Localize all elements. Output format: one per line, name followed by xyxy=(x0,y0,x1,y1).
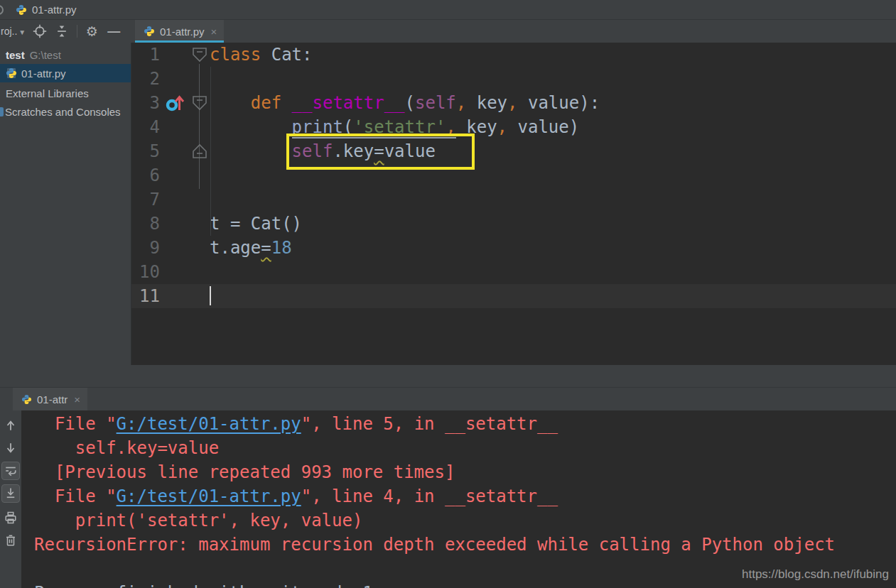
editor-gutter[interactable]: 9 xyxy=(131,236,210,260)
tree-item-file[interactable]: 01-attr.py xyxy=(0,64,131,82)
editor-line[interactable]: 11 xyxy=(131,284,896,308)
python-file-icon xyxy=(6,67,17,79)
editor-gutter[interactable]: 3 xyxy=(131,91,210,115)
close-icon[interactable]: × xyxy=(211,26,217,38)
editor-tab[interactable]: 01-attr.py × xyxy=(135,20,224,43)
editor-line[interactable]: 7 xyxy=(131,187,896,212)
tree-item-label: External Libraries xyxy=(6,87,89,99)
editor-gutter[interactable]: 2 xyxy=(131,67,210,91)
line-number[interactable]: 5 xyxy=(136,139,160,163)
code-text xyxy=(210,284,211,308)
locate-icon[interactable] xyxy=(32,23,48,39)
editor-gutter[interactable]: 1 xyxy=(131,43,210,67)
console-tab-label: 01-attr xyxy=(37,393,68,405)
line-number[interactable]: 8 xyxy=(136,212,160,236)
project-panel-header: roj..▼ ⚙ — xyxy=(0,20,131,43)
line-number[interactable]: 4 xyxy=(136,115,160,139)
editor-line[interactable]: 8t = Cat() xyxy=(131,212,896,236)
editor-tab-bar: 01-attr.py × xyxy=(131,20,896,43)
console-text: ", line 4, in __setattr__ xyxy=(301,486,558,506)
editor-lines: 1class Cat:23 def __setattr__(self, key,… xyxy=(131,43,896,308)
python-file-icon xyxy=(21,394,32,405)
editor-gutter[interactable]: 4 xyxy=(131,115,210,139)
indent-guide xyxy=(210,67,211,236)
code-token xyxy=(210,117,292,137)
code-text: t = Cat() xyxy=(210,212,302,236)
text-cursor xyxy=(210,286,211,305)
console-line: File "G:/test/01-attr.py", line 4, in __… xyxy=(34,484,896,508)
code-token: , xyxy=(507,93,517,113)
scroll-to-end-icon[interactable] xyxy=(1,484,20,503)
editor-line[interactable]: 2 xyxy=(131,67,896,91)
close-icon[interactable]: × xyxy=(74,393,80,405)
tree-item-scratches[interactable]: Scratches and Consoles xyxy=(0,102,131,121)
line-number[interactable]: 6 xyxy=(136,163,160,187)
print-icon[interactable] xyxy=(1,508,20,527)
editor-line[interactable]: 4 print('setattr', key, value) xyxy=(131,115,896,139)
console-toolbar xyxy=(0,410,21,588)
project-selector-label: roj.. xyxy=(1,26,17,37)
editor[interactable]: 1class Cat:23 def __setattr__(self, key,… xyxy=(131,43,896,365)
code-token: , xyxy=(497,117,507,137)
line-number[interactable]: 10 xyxy=(136,260,160,284)
code-token: t.age xyxy=(210,238,261,258)
editor-line[interactable]: 3 def __setattr__(self, key, value): xyxy=(131,91,896,115)
code-token: def xyxy=(251,93,292,113)
file-link[interactable]: G:/test/01-attr.py xyxy=(117,414,301,434)
code-token: class xyxy=(210,45,271,65)
editor-gutter[interactable]: 11 xyxy=(131,284,210,308)
code-text: t.age=18 xyxy=(210,236,292,260)
title-bar: 01-attr.py xyxy=(0,0,896,20)
overrides-method-icon[interactable] xyxy=(166,93,185,113)
line-number[interactable]: 11 xyxy=(136,284,160,308)
python-icon xyxy=(16,4,27,16)
console-text: print('setattr', key, value) xyxy=(34,511,362,530)
collapse-all-icon[interactable] xyxy=(54,23,70,39)
fold-marker-icon[interactable] xyxy=(191,143,208,160)
fold-marker-icon[interactable] xyxy=(191,94,208,111)
down-stack-icon[interactable] xyxy=(1,439,20,457)
project-root-name: test xyxy=(6,49,25,61)
up-stack-icon[interactable] xyxy=(1,416,20,435)
line-number[interactable]: 3 xyxy=(136,91,160,115)
soft-wrap-icon[interactable] xyxy=(1,462,20,480)
toolbar-row: roj..▼ ⚙ — 01-attr.py × xyxy=(0,20,896,43)
line-number[interactable]: 2 xyxy=(136,67,160,91)
line-number[interactable]: 7 xyxy=(136,187,160,212)
code-token: t = Cat() xyxy=(210,214,302,234)
hide-panel-icon[interactable]: — xyxy=(106,23,122,39)
editor-line[interactable]: 6 xyxy=(131,163,896,187)
editor-line[interactable]: 10 xyxy=(131,260,896,284)
editor-gutter[interactable]: 8 xyxy=(131,212,210,236)
file-link[interactable]: G:/test/01-attr.py xyxy=(117,486,301,506)
project-tree: test G:\test 01-attr.py External Librari… xyxy=(0,43,131,365)
code-token: ) xyxy=(569,117,579,137)
gear-icon[interactable]: ⚙ xyxy=(84,23,99,39)
editor-gutter[interactable]: 7 xyxy=(131,187,210,212)
line-number[interactable]: 1 xyxy=(136,43,160,67)
console-text: self.key=value xyxy=(34,438,219,458)
code-token: __setattr__ xyxy=(292,93,405,113)
code-token: value xyxy=(507,117,569,137)
editor-line[interactable]: 9t.age=18 xyxy=(131,236,896,260)
editor-gutter[interactable]: 5 xyxy=(131,139,210,163)
editor-gutter[interactable]: 6 xyxy=(131,163,210,187)
window-title: 01-attr.py xyxy=(32,4,77,16)
tree-item-label: Scratches and Consoles xyxy=(5,106,121,118)
console-text: ", line 5, in __setattr__ xyxy=(301,414,558,434)
code-token: value xyxy=(518,93,580,113)
tree-item-external-libraries[interactable]: External Libraries xyxy=(0,84,131,102)
editor-line[interactable]: 1class Cat: xyxy=(131,43,896,67)
console-tab[interactable]: 01-attr × xyxy=(13,388,87,411)
code-token: ): xyxy=(579,93,600,113)
project-view-selector[interactable]: roj..▼ xyxy=(1,26,26,37)
line-number[interactable]: 9 xyxy=(136,236,160,260)
code-token: self xyxy=(415,93,456,113)
run-panel-divider xyxy=(0,365,896,387)
scratch-file-icon xyxy=(0,107,4,116)
editor-gutter[interactable]: 10 xyxy=(131,260,210,284)
tree-item-root[interactable]: test G:\test xyxy=(0,45,131,64)
fold-marker-icon[interactable] xyxy=(191,46,208,63)
clear-all-icon[interactable] xyxy=(1,531,20,550)
editor-line[interactable]: 5 self.key=value xyxy=(131,139,896,163)
